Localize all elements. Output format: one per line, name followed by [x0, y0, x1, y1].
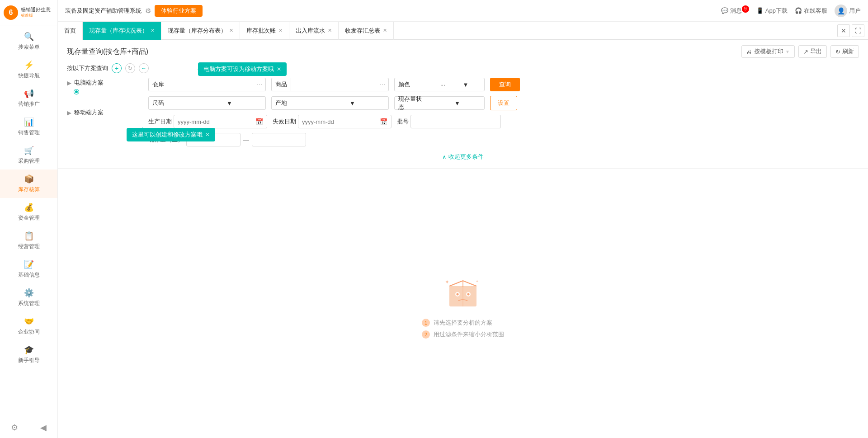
tab-inventory-status[interactable]: 现存量（库存状况表） ✕	[83, 22, 161, 40]
collapse-sidebar-icon[interactable]: ◀	[40, 423, 47, 433]
sidebar-item-marketing[interactable]: 📢 营销推广	[0, 84, 57, 113]
sidebar-item-label: 快捷导航	[18, 72, 40, 80]
sidebar-item-operations[interactable]: 📋 经营管理	[0, 226, 57, 255]
origin-select[interactable]: 产地 ▼	[271, 96, 389, 110]
mobile-scheme-label[interactable]: 移动端方案	[74, 108, 104, 117]
tab-inout-flow[interactable]: 出入库流水 ✕	[289, 22, 339, 40]
svg-text:✦: ✦	[445, 279, 449, 285]
header-gear-icon[interactable]: ⚙	[145, 7, 151, 15]
calendar-icon[interactable]: 📅	[255, 118, 263, 125]
origin-dropdown-icon: ▼	[349, 100, 385, 107]
search-icon: 🔍	[24, 32, 34, 42]
produce-date-input[interactable]: 📅	[174, 115, 267, 128]
sidebar-item-label: 经营管理	[18, 243, 40, 250]
messages-button[interactable]: 💬 消息 9	[721, 7, 749, 15]
stock-status-select[interactable]: 现存量状态 ▼	[394, 96, 485, 110]
produce-date-group: 生产日期 📅	[148, 115, 267, 128]
app-logo: 6 畅销通好生意 标准版	[0, 0, 57, 25]
tooltip-close2-button[interactable]: ✕	[205, 132, 210, 138]
sidebar-item-quick-nav[interactable]: ⚡ 快捷导航	[0, 56, 57, 84]
tab-label: 库存批次账	[246, 27, 276, 35]
arrow-scheme-button[interactable]: ←	[139, 63, 149, 73]
add-scheme-button[interactable]: +	[112, 63, 122, 73]
tab-close-all-button[interactable]: ✕	[837, 24, 850, 37]
refresh-scheme-button[interactable]: ↻	[125, 63, 135, 73]
tab-expand-button[interactable]: ⛶	[852, 24, 864, 37]
money-icon: 💰	[24, 203, 34, 212]
svg-text:✦: ✦	[476, 279, 479, 283]
sidebar-item-label: 系统管理	[18, 300, 40, 307]
expire-date-field[interactable]	[302, 118, 378, 125]
export-button[interactable]: ↗ 导出	[798, 45, 827, 58]
sidebar-item-basic-info[interactable]: 📝 基础信息	[0, 255, 57, 283]
color-label: 颜色	[398, 80, 416, 89]
tooltip-close-button[interactable]: ✕	[277, 66, 281, 72]
tooltip-bubble-create: 这里可以创建和修改方案哦 ✕	[127, 128, 215, 141]
sidebar-item-purchase[interactable]: 🛒 采购管理	[0, 141, 57, 170]
tab-close-icon[interactable]: ✕	[229, 28, 233, 33]
user-avatar: 👤	[835, 5, 847, 17]
chart-icon: 📊	[24, 117, 34, 127]
expire-date-input[interactable]: 📅	[298, 115, 392, 128]
warehouse-label: 仓库	[149, 78, 168, 91]
sidebar-item-finance[interactable]: 💰 资金管理	[0, 198, 57, 226]
goods-field-group: 商品 ···	[271, 78, 389, 91]
reset-button[interactable]: 设置	[490, 96, 517, 110]
goods-dots-icon[interactable]: ···	[377, 80, 388, 89]
tab-inventory-dist[interactable]: 现存量（库存分布表） ✕	[161, 22, 240, 40]
tab-home[interactable]: 首页	[58, 22, 83, 40]
sidebar-item-system[interactable]: ⚙️ 系统管理	[0, 283, 57, 312]
color-select[interactable]: 颜色 ··· ▼	[394, 78, 485, 91]
settings-icon: ⚙️	[24, 288, 34, 298]
collapse-bar[interactable]: ∧ 收起更多条件	[67, 149, 859, 163]
online-support-label: 在线客服	[804, 7, 827, 15]
online-support-button[interactable]: 🎧 在线客服	[795, 7, 827, 15]
pc-scheme-label[interactable]: 电脑端方案	[74, 79, 104, 87]
tab-close-icon[interactable]: ✕	[151, 28, 155, 33]
tab-batch-ledger[interactable]: 库存批次账 ✕	[240, 22, 289, 40]
tooltip-create-scheme: 这里可以创建和修改方案哦 ✕	[127, 128, 215, 141]
print-button[interactable]: 🖨 按模板打印 ▼	[741, 45, 795, 58]
sidebar-item-cooperation[interactable]: 🤝 企业协同	[0, 312, 57, 340]
search-button[interactable]: 查询	[490, 78, 520, 91]
stock-range-dash: —	[243, 137, 249, 143]
warehouse-dots-icon[interactable]: ···	[254, 80, 265, 89]
sidebar-item-label: 营销推广	[18, 100, 40, 108]
connector-area	[74, 89, 145, 94]
refresh-button[interactable]: ↻ 刷新	[830, 45, 859, 58]
tab-label: 现存量（库存分布表）	[168, 27, 226, 35]
batch-input[interactable]	[410, 115, 501, 128]
filter-fields: 仓库 ··· 商品 ···	[148, 78, 859, 149]
tooltip-bubble-pc: 电脑方案可设为移动方案哦 ✕	[198, 62, 287, 76]
warehouse-input[interactable]	[168, 78, 254, 91]
goods-input[interactable]	[291, 78, 377, 91]
industry-plan-button[interactable]: 体验行业方案	[155, 5, 203, 17]
sidebar-item-label: 搜索菜单	[18, 43, 40, 51]
size-select[interactable]: 尺码 ▼	[148, 96, 266, 110]
user-menu[interactable]: 👤 用户	[835, 5, 861, 17]
step-1-text: 请先选择要分析的方案	[434, 319, 492, 327]
sidebar-item-inventory[interactable]: 📦 库存核算	[0, 170, 57, 198]
step-2-text: 用过滤条件来缩小分析范围	[434, 330, 504, 339]
tab-close-icon[interactable]: ✕	[278, 28, 283, 33]
tab-close-icon[interactable]: ✕	[383, 28, 387, 33]
empty-steps: 1 请先选择要分析的方案 2 用过滤条件来缩小分析范围	[422, 319, 504, 339]
expand-mobile-icon[interactable]: ▶	[67, 109, 71, 116]
sidebar-item-sales[interactable]: 📊 销售管理	[0, 113, 57, 141]
box-icon: 📦	[24, 174, 34, 184]
megaphone-icon: 📢	[24, 89, 34, 99]
print-icon: 🖨	[746, 48, 752, 55]
produce-date-field[interactable]	[178, 118, 254, 125]
empty-step-2: 2 用过滤条件来缩小分析范围	[422, 330, 504, 339]
expand-icon[interactable]: ▶	[67, 80, 71, 86]
stock-max-input[interactable]	[252, 133, 306, 146]
tab-summary[interactable]: 收发存汇总表 ✕	[339, 22, 394, 40]
sidebar-item-guide[interactable]: 🎓 新手引导	[0, 340, 57, 369]
sidebar-item-search[interactable]: 🔍 搜索菜单	[0, 27, 57, 56]
app-download-button[interactable]: 📱 App下载	[756, 7, 788, 15]
lightning-icon: ⚡	[24, 60, 34, 70]
settings-bottom-icon[interactable]: ⚙	[11, 423, 18, 433]
svg-point-4	[457, 293, 459, 296]
tab-close-icon[interactable]: ✕	[328, 28, 332, 33]
calendar2-icon[interactable]: 📅	[380, 118, 387, 125]
